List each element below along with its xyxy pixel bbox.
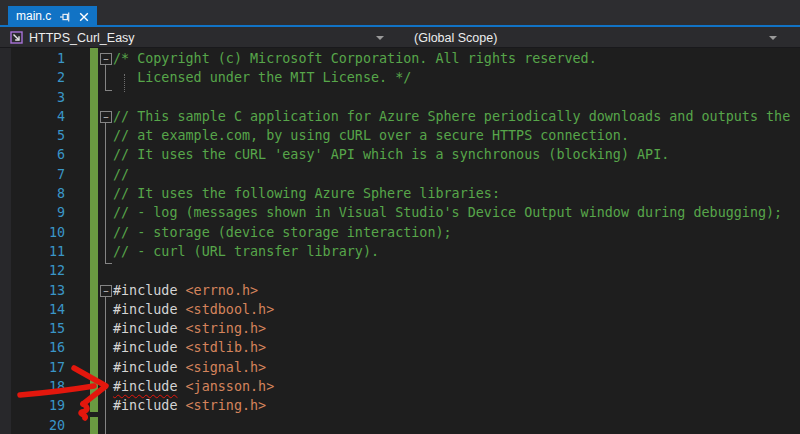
- code-token: #include: [113, 398, 186, 413]
- code-token: <string.h>: [186, 398, 267, 413]
- project-scope-icon: [10, 31, 23, 44]
- code-line[interactable]: // It uses the following Azure Sphere li…: [113, 184, 800, 203]
- fold-region-line: [105, 123, 106, 263]
- members-dropdown-value: (Global Scope): [414, 31, 769, 45]
- code-token: // - curl (URL transfer library).: [113, 244, 379, 259]
- line-number: 20: [0, 416, 65, 434]
- code-line[interactable]: /* Copyright (c) Microsoft Corporation. …: [113, 49, 800, 68]
- line-number: 13: [0, 281, 65, 300]
- code-token: #include: [113, 283, 186, 298]
- code-token: // - log (messages shown in Visual Studi…: [113, 205, 782, 220]
- code-token: #include: [113, 321, 186, 336]
- line-number: 6: [0, 145, 65, 164]
- line-number: 14: [0, 300, 65, 319]
- line-number: 9: [0, 203, 65, 222]
- code-line[interactable]: // This sample C application for Azure S…: [113, 107, 800, 126]
- line-number: 1: [0, 49, 65, 68]
- close-icon[interactable]: [79, 12, 89, 22]
- change-tracking-bar: [90, 417, 98, 434]
- code-line[interactable]: #include <string.h>: [113, 396, 800, 415]
- code-token: /* Copyright (c) Microsoft Corporation. …: [113, 51, 597, 66]
- code-token: Licensed under the MIT License. */: [113, 70, 411, 85]
- code-token: [178, 379, 186, 394]
- code-token: #include: [113, 302, 186, 317]
- line-number: 8: [0, 184, 65, 203]
- fold-region-foot: [105, 263, 112, 264]
- pin-icon[interactable]: [59, 11, 71, 23]
- fold-collapse-box[interactable]: −: [100, 111, 112, 123]
- code-token: // at example.com, by using cURL over a …: [113, 128, 629, 143]
- code-editor[interactable]: 1234567891011121314151617181920 /* Copyr…: [0, 48, 800, 434]
- line-number: 7: [0, 165, 65, 184]
- code-token: <errno.h>: [186, 283, 259, 298]
- line-number: 2: [0, 68, 65, 87]
- tab-label: main.c: [16, 6, 51, 27]
- fold-region-line: [105, 297, 106, 434]
- line-number: 17: [0, 358, 65, 377]
- line-number: 12: [0, 261, 65, 280]
- code-line[interactable]: [113, 416, 800, 434]
- code-line[interactable]: Licensed under the MIT License. */: [113, 68, 800, 87]
- code-token: // It uses the following Azure Sphere li…: [113, 186, 500, 201]
- line-number: 5: [0, 126, 65, 145]
- tab-bar: main.c: [0, 0, 800, 27]
- line-number: 4: [0, 107, 65, 126]
- fold-region-foot: [105, 90, 112, 91]
- code-line[interactable]: #include <signal.h>: [113, 358, 800, 377]
- code-line[interactable]: // It uses the cURL 'easy' API which is …: [113, 145, 800, 164]
- code-line[interactable]: #include <errno.h>: [113, 281, 800, 300]
- line-number: 11: [0, 242, 65, 261]
- line-number: 16: [0, 338, 65, 357]
- line-number: 3: [0, 88, 65, 107]
- navigation-bar: HTTPS_Curl_Easy (Global Scope): [0, 27, 800, 48]
- code-line[interactable]: [113, 261, 800, 280]
- code-token: // - storage (device storage interaction…: [113, 225, 452, 240]
- code-token: #include: [113, 340, 186, 355]
- code-line[interactable]: [113, 88, 800, 107]
- code-line[interactable]: // at example.com, by using cURL over a …: [113, 126, 800, 145]
- code-line[interactable]: // - storage (device storage interaction…: [113, 223, 800, 242]
- line-number: 19: [0, 396, 65, 415]
- code-token: <signal.h>: [186, 360, 267, 375]
- code-token: <string.h>: [186, 321, 267, 336]
- error-squiggle-token: #include: [113, 379, 178, 394]
- code-line[interactable]: //: [113, 165, 800, 184]
- code-line[interactable]: #include <stdlib.h>: [113, 338, 800, 357]
- code-line[interactable]: // - curl (URL transfer library).: [113, 242, 800, 261]
- types-dropdown-value: HTTPS_Curl_Easy: [29, 31, 376, 45]
- code-token: <stdlib.h>: [186, 340, 267, 355]
- chevron-down-icon[interactable]: [376, 36, 384, 40]
- code-token: <stdbool.h>: [186, 302, 275, 317]
- code-line[interactable]: #include <stdbool.h>: [113, 300, 800, 319]
- fold-collapse-box[interactable]: −: [100, 285, 112, 297]
- types-dropdown[interactable]: HTTPS_Curl_Easy: [6, 27, 394, 48]
- code-token: // It uses the cURL 'easy' API which is …: [113, 147, 669, 162]
- code-line[interactable]: #include <string.h>: [113, 319, 800, 338]
- chevron-down-icon[interactable]: [769, 36, 777, 40]
- line-number: 10: [0, 223, 65, 242]
- code-lines[interactable]: /* Copyright (c) Microsoft Corporation. …: [113, 49, 800, 434]
- line-number: 18: [0, 377, 65, 396]
- code-token: // This sample C application for Azure S…: [113, 109, 790, 124]
- change-tracking-bar: [90, 48, 98, 412]
- code-token: #include: [113, 360, 186, 375]
- line-number: 15: [0, 319, 65, 338]
- fold-region-line: [105, 65, 106, 90]
- members-dropdown[interactable]: (Global Scope): [397, 27, 787, 48]
- line-numbers: 1234567891011121314151617181920: [0, 49, 65, 434]
- code-line[interactable]: // - log (messages shown in Visual Studi…: [113, 203, 800, 222]
- code-line[interactable]: #include <jansson.h>: [113, 377, 800, 396]
- fold-collapse-box[interactable]: −: [100, 53, 112, 65]
- code-token: <jansson.h>: [186, 379, 275, 394]
- tab-main-c[interactable]: main.c: [8, 6, 97, 27]
- vs-editor-window: main.c HTTPS_Curl_Easy (Global Scope): [0, 0, 800, 434]
- code-token: //: [113, 167, 129, 182]
